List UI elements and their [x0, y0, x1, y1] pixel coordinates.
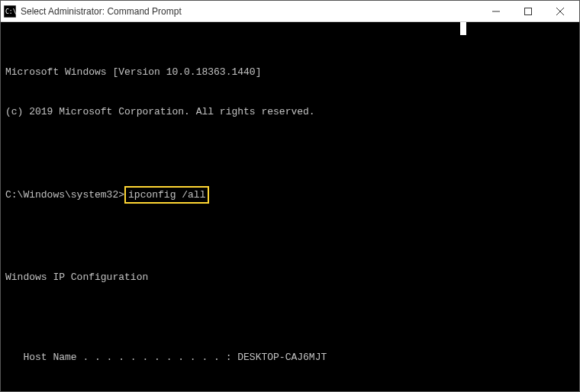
version-line: Microsoft Windows [Version 10.0.18363.14… [5, 66, 575, 79]
window-controls [480, 1, 576, 22]
titlebar[interactable]: C:\ Select Administrator: Command Prompt [1, 1, 579, 22]
blank-line [5, 146, 575, 159]
text-cursor [460, 22, 466, 35]
minimize-button[interactable] [480, 1, 512, 22]
svg-text:C:\: C:\ [5, 8, 16, 15]
host-name-value: DESKTOP-CAJ6MJT [237, 352, 327, 363]
terminal-content[interactable]: Microsoft Windows [Version 10.0.18363.14… [1, 22, 579, 391]
cmd-icon: C:\ [4, 5, 16, 18]
prompt-text: C:\Windows\system32> [5, 188, 124, 202]
copyright-line: (c) 2019 Microsoft Corporation. All righ… [5, 105, 575, 119]
section-ip-config: Windows IP Configuration [5, 271, 575, 284]
host-name-line: Host Name . . . . . . . . . . . . : DESK… [5, 351, 575, 365]
command-prompt-window: C:\ Select Administrator: Command Prompt… [0, 0, 580, 392]
window-title: Select Administrator: Command Prompt [21, 6, 480, 17]
close-button[interactable] [544, 1, 576, 22]
blank-line [5, 230, 575, 244]
blank-line [5, 310, 575, 324]
highlighted-command: ipconfig /all [124, 186, 209, 204]
prompt-line: C:\Windows\system32>ipconfig /all [5, 186, 575, 204]
svg-rect-3 [525, 8, 532, 14]
maximize-button[interactable] [512, 1, 544, 22]
